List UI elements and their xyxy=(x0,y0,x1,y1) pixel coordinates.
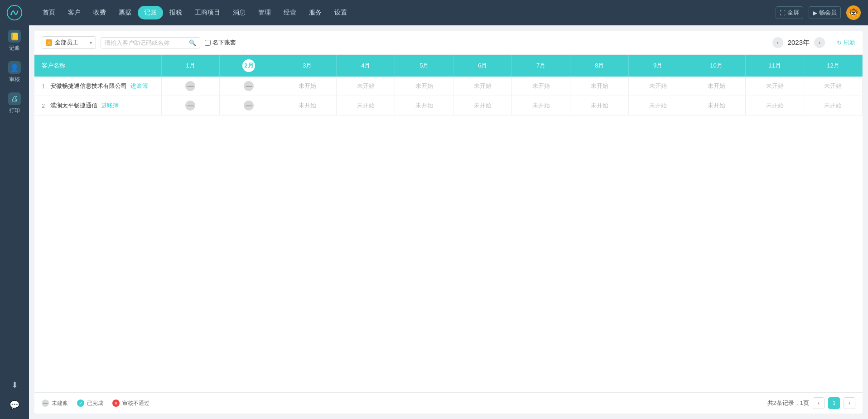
nav-operation[interactable]: 经营 xyxy=(277,6,303,19)
footer: — 未建账 ✓ 已完成 ✕ 审核不通过 共2条记录，1页 ‹ 1 › xyxy=(34,392,863,414)
th-oct: 10月 xyxy=(687,55,746,77)
svg-point-1 xyxy=(10,14,12,15)
sidebar-logo xyxy=(0,0,29,25)
year-nav: ‹ 2023年 › xyxy=(772,37,825,48)
status-not-started: 未开始 xyxy=(766,82,784,89)
chat-icon: 💬 xyxy=(10,400,19,410)
footer-pagination: 共2条记录，1页 ‹ 1 › xyxy=(767,397,855,409)
main-card: 人 全部员工 ▾ 🔍 名下账套 ‹ 2023年 › xyxy=(34,31,863,414)
td-month-3: 未开始 xyxy=(278,96,337,116)
td-month-5: 未开始 xyxy=(395,96,453,116)
td-month-8: 未开始 xyxy=(570,96,629,116)
employee-label: 全部员工 xyxy=(55,39,78,47)
year-next-button[interactable]: › xyxy=(814,37,825,48)
enter-account-link[interactable]: 进账簿 xyxy=(101,101,119,110)
status-not-started: 未开始 xyxy=(591,82,608,89)
legend-rejected-label: 审核不通过 xyxy=(122,400,149,407)
status-not-started: 未开始 xyxy=(649,102,667,109)
employee-badge: 人 xyxy=(46,39,52,46)
accounting-icon: 📒 xyxy=(8,30,21,43)
user-avatar[interactable]: 🐯 xyxy=(846,5,861,20)
nav-message[interactable]: 消息 xyxy=(227,6,252,19)
th-nov: 11月 xyxy=(746,55,804,77)
td-month-2[interactable]: — xyxy=(220,77,278,96)
fullscreen-icon: ⛶ xyxy=(780,10,786,16)
status-dash-icon: — xyxy=(244,101,254,111)
fullscreen-label: 全屏 xyxy=(787,9,799,17)
fullscreen-button[interactable]: ⛶ 全屏 xyxy=(776,6,803,19)
row-number: 1 xyxy=(42,83,45,90)
nav-right: ⛶ 全屏 ▶ 畅会员 🐯 xyxy=(776,5,861,20)
page-prev-button[interactable]: ‹ xyxy=(813,397,825,409)
sidebar-item-print-label: 打印 xyxy=(9,107,20,115)
my-accounts-checkbox[interactable] xyxy=(205,40,211,46)
th-name: 客户名称 xyxy=(34,55,161,77)
td-month-7: 未开始 xyxy=(512,96,570,116)
status-not-started: 未开始 xyxy=(824,102,842,109)
status-not-started: 未开始 xyxy=(299,102,316,109)
status-not-started: 未开始 xyxy=(415,82,433,89)
sidebar-bottom-chat[interactable]: 💬 xyxy=(0,396,29,414)
nav-accounting[interactable]: 记账 xyxy=(138,6,163,19)
legend-teal-icon: ✓ xyxy=(77,400,84,407)
td-month-1[interactable]: — xyxy=(161,96,220,116)
toolbar: 人 全部员工 ▾ 🔍 名下账套 ‹ 2023年 › xyxy=(34,31,863,55)
customer-name: 安徽畅捷通信息技术有限公司 xyxy=(50,82,127,90)
nav-home[interactable]: 首页 xyxy=(36,6,62,19)
status-not-started: 未开始 xyxy=(824,82,842,89)
td-month-1[interactable]: — xyxy=(161,77,220,96)
sidebar-bottom: ⬇ 💬 xyxy=(0,376,29,419)
my-accounts-checkbox-wrap[interactable]: 名下账套 xyxy=(205,39,236,47)
td-month-10: 未开始 xyxy=(687,77,746,96)
td-month-6: 未开始 xyxy=(453,96,512,116)
status-not-started: 未开始 xyxy=(591,102,608,109)
td-customer-name: 2 漠澜太平畅捷通信 进账簿 xyxy=(34,96,161,116)
row-number: 2 xyxy=(42,102,45,109)
td-month-10: 未开始 xyxy=(687,96,746,116)
td-month-2[interactable]: — xyxy=(220,96,278,116)
refresh-button[interactable]: ↻ 刷新 xyxy=(837,39,855,47)
sidebar-bottom-download[interactable]: ⬇ xyxy=(0,376,29,394)
td-month-4: 未开始 xyxy=(337,96,395,116)
legend-completed: ✓ 已完成 xyxy=(77,400,103,407)
search-input[interactable] xyxy=(105,39,186,46)
th-sep: 9月 xyxy=(629,55,687,77)
sidebar-item-accounting[interactable]: 📒 记账 xyxy=(0,25,29,57)
th-dec: 12月 xyxy=(804,55,862,77)
nav-tax[interactable]: 报税 xyxy=(163,6,188,19)
nav-manage[interactable]: 管理 xyxy=(252,6,277,19)
search-icon[interactable]: 🔍 xyxy=(189,39,196,46)
page-1-button[interactable]: 1 xyxy=(828,397,840,409)
main-content: 首页 客户 收费 票据 记账 报税 工商项目 消息 管理 经营 服务 设置 ⛶ … xyxy=(29,0,868,419)
vip-button[interactable]: ▶ 畅会员 xyxy=(809,6,841,19)
td-month-5: 未开始 xyxy=(395,77,453,96)
sidebar-item-print[interactable]: 🖨 打印 xyxy=(0,88,29,119)
nav-fees[interactable]: 收费 xyxy=(87,6,112,19)
th-mar: 3月 xyxy=(278,55,337,77)
nav-business[interactable]: 工商项目 xyxy=(188,6,227,19)
year-prev-button[interactable]: ‹ xyxy=(772,37,783,48)
search-input-wrap: 🔍 xyxy=(101,37,200,48)
refresh-label: 刷新 xyxy=(844,39,855,47)
my-accounts-label: 名下账套 xyxy=(212,39,236,47)
table-row: 1 安徽畅捷通信息技术有限公司 进账簿 ——未开始未开始未开始未开始未开始未开始… xyxy=(34,77,863,96)
topnav: 首页 客户 收费 票据 记账 报税 工商项目 消息 管理 经营 服务 设置 ⛶ … xyxy=(29,0,868,25)
sidebar-item-review[interactable]: 👤 审核 xyxy=(0,57,29,88)
table-wrap: 客户名称 1月 2月 3月 4月 5月 6月 7月 8月 9月 10月 11月 xyxy=(34,55,863,392)
status-not-started: 未开始 xyxy=(649,82,667,89)
td-month-9: 未开始 xyxy=(629,96,687,116)
enter-account-link[interactable]: 进账簿 xyxy=(130,82,148,90)
nav-service[interactable]: 服务 xyxy=(303,6,328,19)
legend-gray-icon: — xyxy=(42,400,49,407)
legend-completed-label: 已完成 xyxy=(87,400,103,407)
td-customer-name: 1 安徽畅捷通信息技术有限公司 进账簿 xyxy=(34,77,161,96)
customer-name: 漠澜太平畅捷通信 xyxy=(50,101,97,110)
employee-select[interactable]: 人 全部员工 ▾ xyxy=(42,36,96,49)
status-not-started: 未开始 xyxy=(708,82,725,89)
th-may: 5月 xyxy=(395,55,453,77)
nav-invoice[interactable]: 票据 xyxy=(112,6,138,19)
nav-settings[interactable]: 设置 xyxy=(328,6,353,19)
page-next-button[interactable]: › xyxy=(844,397,855,409)
nav-customer[interactable]: 客户 xyxy=(62,6,87,19)
status-not-started: 未开始 xyxy=(474,82,492,89)
